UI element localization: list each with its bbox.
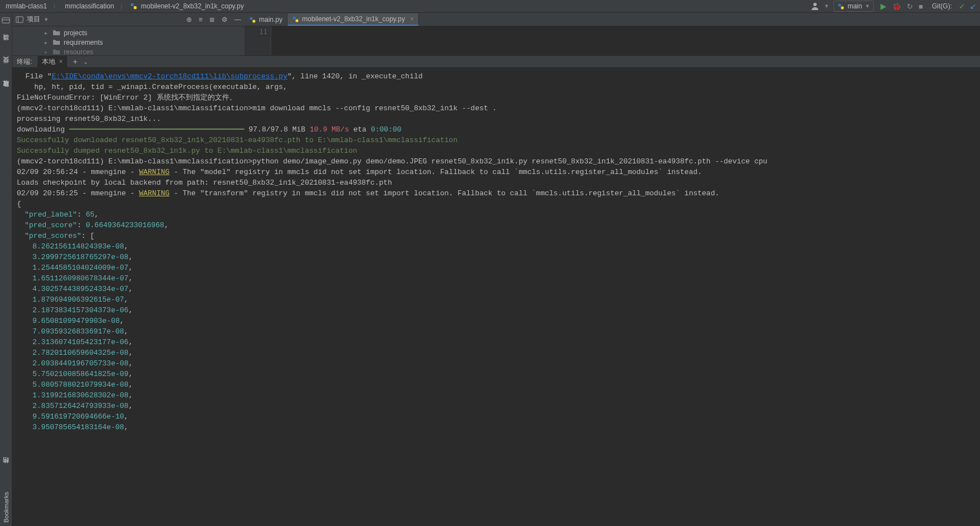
svg-rect-1 — [134, 6, 136, 9]
terminal-line: downloading ━━━━━━━━━━━━━━━━━━━━━━━━━━━━… — [17, 124, 976, 135]
terminal-tab-name: 本地 — [42, 57, 55, 67]
terminal-line: "pred_scores": [ — [17, 231, 976, 241]
terminal-line: Successfully downloaded resnet50_8xb32_i… — [17, 135, 976, 145]
gutter-bookmarks-label[interactable]: Bookmarks — [2, 489, 11, 526]
svg-rect-11 — [293, 16, 296, 19]
tree-item-label: requirements — [64, 39, 103, 46]
progress-bar: ━━━━━━━━━━━━━━━━━━━━━━━━━━━━━━━━━━━━━━━━ — [69, 125, 244, 134]
stop-button[interactable]: ■ — [918, 2, 923, 11]
breadcrumb-file[interactable]: mobilenet-v2_8xb32_in1k_copy.py — [141, 2, 244, 10]
terminal-line: 9.65081099479903e-08, — [17, 316, 976, 326]
editor-text-area[interactable] — [271, 26, 980, 55]
project-view-icon[interactable] — [16, 16, 23, 24]
terminal-tab-bar: 终端: 本地 × + ⌄ — [12, 55, 980, 68]
terminal-line: 2.7820110659604325e-08, — [17, 347, 976, 358]
tree-item-requirements[interactable]: ▸ requirements — [12, 37, 244, 47]
python-file-icon — [249, 16, 256, 24]
git-commit-icon[interactable]: ↙ — [970, 2, 977, 11]
terminal-line: 5.750210085864182​5e-09, — [17, 369, 976, 379]
folder-icon — [53, 48, 60, 55]
terminal-line: "pred_score": 0.6649364233016968, — [17, 220, 976, 231]
editor-tab-main[interactable]: main.py — [244, 13, 288, 26]
editor-tab-bar: main.py mobilenet-v2_8xb32_in1k_copy.py … — [244, 13, 980, 26]
editor-tab-mobilenet[interactable]: mobilenet-v2_8xb32_in1k_copy.py × — [288, 13, 419, 26]
terminal-tab-local[interactable]: 本地 × — [37, 56, 67, 68]
svg-rect-0 — [131, 3, 134, 6]
run-button[interactable]: ▶ — [880, 2, 887, 11]
terminal-dropdown-icon[interactable]: ⌄ — [83, 59, 88, 65]
file-link[interactable]: E:\IDE\conda\envs\mmcv2-torch18cd111\lib… — [51, 72, 287, 81]
git-label[interactable]: Git(G): — [930, 2, 954, 10]
terminal-line: 1.3199216830628302e-08, — [17, 390, 976, 401]
terminal-line: 2.0938449196705733e-08, — [17, 358, 976, 369]
terminal-panel-label: 终端: — [17, 57, 32, 67]
terminal-line: 7.093593268336917e-08, — [17, 326, 976, 337]
python-file-icon — [292, 16, 299, 23]
chevron-right-icon: ▸ — [45, 49, 49, 55]
folder-icon — [53, 29, 60, 36]
terminal-line: 8.262156114824393e-08, — [17, 241, 976, 252]
project-tool-icon[interactable] — [2, 16, 10, 25]
terminal-output[interactable]: File "E:\IDE\conda\envs\mmcv2-torch18cd1… — [12, 68, 980, 526]
git-update-icon[interactable]: ✓ — [959, 2, 965, 11]
chevron-right-icon: ▸ — [45, 30, 49, 36]
terminal-line: 2.3136074105423177e-06, — [17, 337, 976, 347]
close-terminal-tab-icon[interactable]: × — [59, 58, 63, 65]
svg-rect-5 — [2, 18, 10, 23]
line-number-gutter: 11 — [244, 26, 271, 55]
run-configuration-selector[interactable]: main ▼ — [833, 1, 874, 12]
svg-rect-3 — [838, 3, 841, 6]
editor-panel: main.py mobilenet-v2_8xb32_in1k_copy.py … — [244, 13, 980, 55]
terminal-line: 5.0805788021079934e-08, — [17, 379, 976, 390]
run-coverage-button[interactable]: ↻ — [907, 2, 913, 11]
tree-item-resources[interactable]: ▸ resources — [12, 47, 244, 55]
close-tab-icon[interactable]: × — [408, 15, 414, 23]
project-tree[interactable]: ▸ projects ▸ requirements ▸ resources — [12, 26, 244, 55]
terminal-line: processing resnet50_8xb32_in1k... — [17, 114, 976, 124]
terminal-line: Successfully dumped resnet50_8xb32_in1k.… — [17, 145, 976, 156]
project-panel-header: 项目 ▼ ⊕ ≡ ≣ ⚙ — — [12, 13, 244, 26]
settings-gear-icon[interactable]: ⚙ — [222, 16, 228, 24]
expand-all-icon[interactable]: ≡ — [199, 16, 202, 24]
svg-rect-4 — [841, 6, 844, 9]
run-config-dropdown-icon: ▼ — [865, 3, 870, 9]
left-tool-gutter: 项目 提交 拉取请求 结构 Bookmarks — [0, 13, 12, 526]
terminal-line: 1.2544585104024009e-07, — [17, 262, 976, 273]
run-config-name: main — [847, 2, 862, 10]
gutter-pull-label[interactable]: 拉取请求 — [1, 88, 11, 95]
user-dropdown-icon[interactable]: ▼ — [824, 3, 829, 9]
breadcrumb-root[interactable]: mmlab-class1 — [3, 1, 49, 11]
svg-rect-12 — [296, 19, 299, 22]
folder-icon — [53, 39, 60, 46]
svg-rect-9 — [250, 17, 253, 20]
project-panel: 项目 ▼ ⊕ ≡ ≣ ⚙ — ▸ projects — [12, 13, 244, 55]
terminal-line: 1.879694906392615e-07, — [17, 294, 976, 305]
terminal-line: { — [17, 199, 976, 209]
project-view-dropdown-icon[interactable]: ▼ — [44, 17, 49, 22]
chevron-right-icon: ▸ — [45, 40, 49, 45]
terminal-line: 9.591619720694666e-10, — [17, 411, 976, 422]
hide-panel-icon[interactable]: — — [234, 16, 241, 24]
tree-item-label: resources — [64, 48, 93, 56]
breadcrumb-separator-2: 〉 — [120, 2, 126, 11]
gutter-structure-label[interactable]: 结构 — [1, 465, 11, 472]
terminal-line: 02/09 20:56:25 - mmengine - WARNING - Th… — [17, 188, 976, 199]
collapse-all-icon[interactable]: ≣ — [209, 16, 215, 24]
breadcrumb-mid[interactable]: mmclassification — [63, 1, 116, 11]
svg-rect-7 — [16, 16, 23, 22]
gutter-commit-label[interactable]: 提交 — [1, 65, 11, 72]
user-icon[interactable] — [811, 2, 819, 11]
gutter-project-label[interactable]: 项目 — [1, 41, 11, 48]
add-terminal-icon[interactable]: + — [73, 57, 77, 66]
python-icon — [837, 3, 845, 10]
terminal-line: (mmcv2-torch18cd111) E:\mmlab-class1\mmc… — [17, 103, 976, 114]
terminal-line: hp, ht, pid, tid = _winapi.CreateProcess… — [17, 82, 976, 92]
terminal-line: 4.3025744389524334e-07, — [17, 284, 976, 294]
debug-button[interactable]: 🐞 — [892, 2, 901, 11]
terminal-line: 3.950785654183164e-08, — [17, 422, 976, 433]
python-file-icon — [130, 2, 138, 10]
tree-item-label: projects — [64, 29, 87, 37]
tree-item-projects[interactable]: ▸ projects — [12, 28, 244, 37]
select-opened-file-icon[interactable]: ⊕ — [186, 16, 192, 24]
terminal-line: 3.2999725618765297e-08, — [17, 252, 976, 262]
